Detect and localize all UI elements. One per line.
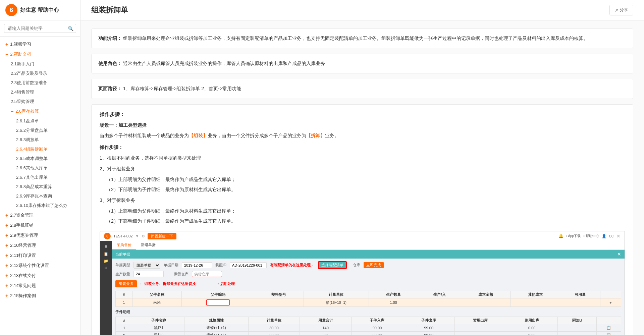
sidebar-item-inventory[interactable]: − 2.6库存核算	[0, 106, 80, 116]
path-block: 页面路径： 1、库存核算->库存管理->组装拆卸单 2、首页->常用功能	[91, 79, 633, 99]
cell-child-out-r1: 99.00	[403, 324, 454, 332]
tab-new-doc[interactable]: 新增单据	[136, 241, 160, 249]
share-button[interactable]: ↗ 分享	[609, 5, 633, 15]
share-icon: ↗	[614, 8, 618, 13]
tab-purchase-price[interactable]: 采购售价	[112, 241, 136, 249]
sidebar-label-payment: 2.13在线支付	[10, 273, 36, 279]
step3-sub2: （2）下部明细为子件明细，最终作为产成品生成其它入库单。	[106, 216, 625, 226]
app-topbar: 6 TEST-H002 ▼ ⚙ 闭置新建一下 🔔 ▪ App下载 ▪ 帮助中心 …	[100, 231, 625, 241]
parent-table-body: 1 米米 箱(16+10=1) 1.00	[116, 298, 621, 307]
col-produce-qty: 生产数量	[369, 291, 418, 298]
cell-child-unit-r2: 30.00	[248, 332, 300, 335]
col-spec: 规格型号	[254, 291, 304, 298]
sidebar-item-stocktake[interactable]: 2.6.1盘点单	[0, 116, 80, 126]
sidebar-item-customize[interactable]: + 2.12系统个性化设置	[0, 261, 80, 271]
search-box[interactable]: 🔍	[0, 20, 80, 37]
sidebar-item-inventory-query[interactable]: 2.6.9库存账本查询	[0, 191, 80, 201]
col-child-unit: 计量单位	[248, 317, 300, 324]
user-icon: 👤	[602, 234, 606, 238]
sidebar-item-help-docs[interactable]: − 2.帮助文档	[0, 49, 80, 59]
form-row-1: 单据类型 组装单据 拆卸单据 单据日期 装配ID	[115, 261, 621, 269]
sidebar-item-faq[interactable]: + 2.14常见问题	[0, 281, 80, 291]
parent-code-input[interactable]	[206, 299, 230, 305]
cell-child-in-r2: 90.00	[352, 332, 403, 335]
bell-icon: 🔔	[558, 234, 564, 238]
cell-available	[560, 298, 600, 307]
col-child-spec: 规格属性	[184, 317, 248, 324]
sidebar-item-mobile[interactable]: + 2.8手机旺铺	[0, 220, 80, 230]
new-document-button[interactable]: 闭置新建一下	[148, 233, 176, 239]
cell-child-name-r2: 黑虾2	[133, 332, 184, 335]
section-header-close[interactable]: ✕	[617, 252, 621, 257]
sidebar-item-cases[interactable]: + 2.15操作案例	[0, 291, 80, 301]
cell-other-cost	[511, 298, 560, 307]
sidebar-item-inventory-fix[interactable]: 2.6.10库存账本错了怎么办	[0, 201, 80, 210]
expand-icon-faq: +	[5, 283, 8, 288]
select-assembly-button[interactable]: 选择装配清单	[318, 261, 347, 269]
cell-unit: 箱(16+10=1)	[304, 298, 369, 307]
app-sidebar: ≡ 📋 📁 ⚙	[100, 241, 112, 335]
step3: 3、对于拆装业务	[100, 196, 625, 205]
table-row: 1 米米 箱(16+10=1) 1.00	[116, 298, 621, 307]
sidebar-item-print[interactable]: + 2.11打印设置	[0, 250, 80, 261]
cell-temp-out-r1	[454, 324, 506, 332]
app-sidebar-icon2: 📋	[104, 252, 108, 256]
window-close-button[interactable]: ✕	[616, 233, 621, 239]
form-select-type[interactable]: 组装单据 拆卸单据	[133, 262, 160, 269]
user-text: CC	[609, 234, 614, 238]
sidebar-item-assembly[interactable]: 2.6.4组装拆卸单	[0, 145, 80, 154]
ops-steps-label2: 操作步骤：	[100, 145, 625, 151]
form-label-type: 单据类型	[115, 263, 130, 268]
sidebar-item-beginner[interactable]: 2.1新手入门	[0, 59, 80, 69]
sidebar-header: 6 好生意 帮助中心	[0, 0, 80, 20]
sidebar-item-coupon[interactable]: + 2.9优惠券管理	[0, 230, 80, 240]
form-input-id[interactable]	[230, 262, 267, 268]
page-title: 组装拆卸单	[91, 5, 128, 15]
col-parent-code: 父件编码	[182, 291, 254, 298]
expand-icon-finance: +	[5, 213, 8, 218]
table-row: 2 黑虾2 蝴蝶(+1,+1) 30.00 90 90.00 90.00 0.	[116, 332, 621, 335]
col-used-out: 则用出库	[506, 317, 558, 324]
sidebar-item-payment[interactable]: + 2.13在线支付	[0, 271, 80, 281]
col-temp-out: 暂用出库	[454, 317, 506, 324]
annotation-text-3: ↑ 启用处理	[217, 282, 235, 286]
form-label-warehouse2: 供货仓库	[174, 272, 189, 277]
expand-icon-print: +	[5, 253, 8, 258]
intro-label: 功能介绍：	[98, 36, 122, 41]
form-label-count: 生产数量	[115, 272, 130, 277]
step2-sub2: （2）下部明细为子件明细，最终作为原材料生成其它出库单。	[106, 185, 625, 194]
sidebar-item-sales[interactable]: 2.4销售管理	[0, 88, 80, 97]
sidebar-item-cost-adjust[interactable]: 2.6.5成本调整单	[0, 154, 80, 163]
cell-temp-out-r2	[454, 332, 506, 335]
sidebar-item-video[interactable]: + 1.视频学习	[0, 39, 80, 49]
assembly-type-toggle[interactable]: 组装业务	[115, 280, 137, 287]
sidebar-item-purchase[interactable]: 2.5采购管理	[0, 97, 80, 106]
form-input-count[interactable]	[133, 271, 164, 277]
sidebar-item-sub-stocktake[interactable]: 2.6.2分量盘点单	[0, 126, 80, 135]
child-table-header: # 子件名称 规格属性 计量单位 用量合计 子件入库 子件出库 暂用出库 则用出	[116, 317, 621, 324]
form-input-date[interactable]	[182, 262, 212, 268]
sidebar-item-other-in[interactable]: 2.6.6其他入库单	[0, 163, 80, 173]
search-icon[interactable]: 🔍	[68, 26, 73, 31]
form-input-warehouse[interactable]	[192, 271, 222, 277]
sidebar-label-print: 2.11打印设置	[10, 253, 36, 259]
collapse-icon: −	[5, 52, 8, 57]
submit-button[interactable]: 立即完成	[364, 262, 384, 268]
sidebar-item-data-prep[interactable]: 2.3使用前数据准备	[0, 78, 80, 88]
cell-child-in-r1: 99.00	[352, 324, 403, 332]
sidebar-item-ops[interactable]: + 2.10经营管理	[0, 240, 80, 250]
sidebar-item-cost-recalc[interactable]: 2.6.8商品成本重算	[0, 182, 80, 191]
search-input[interactable]	[4, 24, 76, 33]
sidebar: 6 好生意 帮助中心 🔍 + 1.视频学习 − 2.帮助文档 2.1新手入门 2…	[0, 0, 80, 335]
sidebar-label-coupon: 2.9优惠券管理	[10, 232, 38, 238]
sidebar-item-finance[interactable]: + 2.7资金管理	[0, 210, 80, 220]
col-parent-name: 父件名称	[132, 291, 182, 298]
sidebar-item-transfer[interactable]: 2.6.3调拨单	[0, 135, 80, 145]
cell-cost-amt	[461, 298, 511, 307]
sidebar-item-install[interactable]: 2.2产品安装及登录	[0, 69, 80, 78]
annotation-text-2: ← 组装业务、拆卸业务在这里切换	[140, 282, 196, 286]
help-icon: ▪ 帮助中心	[583, 234, 599, 238]
app-sidebar-icon3: 📁	[104, 259, 108, 263]
ops-label: 操作步骤：	[100, 111, 625, 118]
sidebar-item-other-out[interactable]: 2.6.7其他出库单	[0, 173, 80, 182]
